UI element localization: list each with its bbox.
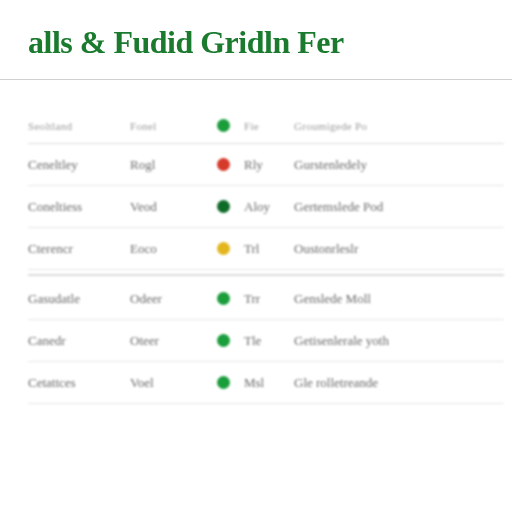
cell-value: Eoco	[130, 241, 202, 257]
cell-value: Odeer	[130, 291, 202, 307]
data-table: Seoltland Fonel Fie Groumigede Po Cenelt…	[28, 108, 504, 404]
cell-desc: Genslede Moll	[294, 291, 504, 307]
cell-name: Cetattces	[28, 375, 120, 391]
cell-value: Rogl	[130, 157, 202, 173]
cell-code: Trl	[244, 241, 284, 257]
cell-status	[212, 200, 234, 213]
table-row: Gasudatle Odeer Trr Genslede Moll	[28, 278, 504, 320]
table-row: Ceneltley Rogl Rly Gurstenledely	[28, 144, 504, 186]
page-title: alls & Fudid Gridln Fer	[28, 24, 488, 61]
status-dot-icon	[217, 242, 230, 255]
status-dot-icon	[217, 376, 230, 389]
status-dot-icon	[217, 292, 230, 305]
status-dot-icon	[217, 158, 230, 171]
cell-name: Ceneltley	[28, 157, 120, 173]
col-header-3: Fie	[244, 120, 284, 132]
cell-desc: Getisenlerale yoth	[294, 333, 504, 349]
cell-code: Trr	[244, 291, 284, 307]
cell-status	[212, 158, 234, 171]
cell-status	[212, 376, 234, 389]
cell-code: Tle	[244, 333, 284, 349]
cell-status	[212, 292, 234, 305]
cell-desc: Gurstenledely	[294, 157, 504, 173]
cell-name: Gasudatle	[28, 291, 120, 307]
cell-name: Canedr	[28, 333, 120, 349]
cell-desc: Gle rolletreande	[294, 375, 504, 391]
cell-code: Rly	[244, 157, 284, 173]
table-header-row: Seoltland Fonel Fie Groumigede Po	[28, 108, 504, 144]
col-header-4: Groumigede Po	[294, 120, 504, 132]
status-dot-icon	[217, 119, 230, 132]
cell-desc: Oustonrleslr	[294, 241, 504, 257]
table-row: Canedr Oteer Tle Getisenlerale yoth	[28, 320, 504, 362]
cell-value: Veod	[130, 199, 202, 215]
status-dot-icon	[217, 200, 230, 213]
cell-value: Voel	[130, 375, 202, 391]
cell-status	[212, 334, 234, 347]
cell-status	[212, 242, 234, 255]
table-row: Cterencr Eoco Trl Oustonrleslr	[28, 228, 504, 270]
col-header-1: Seoltland	[28, 120, 120, 132]
cell-name: Cterencr	[28, 241, 120, 257]
cell-value: Oteer	[130, 333, 202, 349]
status-dot-icon	[217, 334, 230, 347]
cell-code: Msl	[244, 375, 284, 391]
col-header-2: Fonel	[130, 120, 202, 132]
cell-name: Coneltiess	[28, 199, 120, 215]
cell-code: Aloy	[244, 199, 284, 215]
divider	[0, 79, 512, 80]
table-row: Cetattces Voel Msl Gle rolletreande	[28, 362, 504, 404]
table-row: Coneltiess Veod Aloy Gertemslede Pod	[28, 186, 504, 228]
col-header-status	[212, 119, 234, 132]
cell-desc: Gertemslede Pod	[294, 199, 504, 215]
group-divider	[28, 270, 504, 276]
